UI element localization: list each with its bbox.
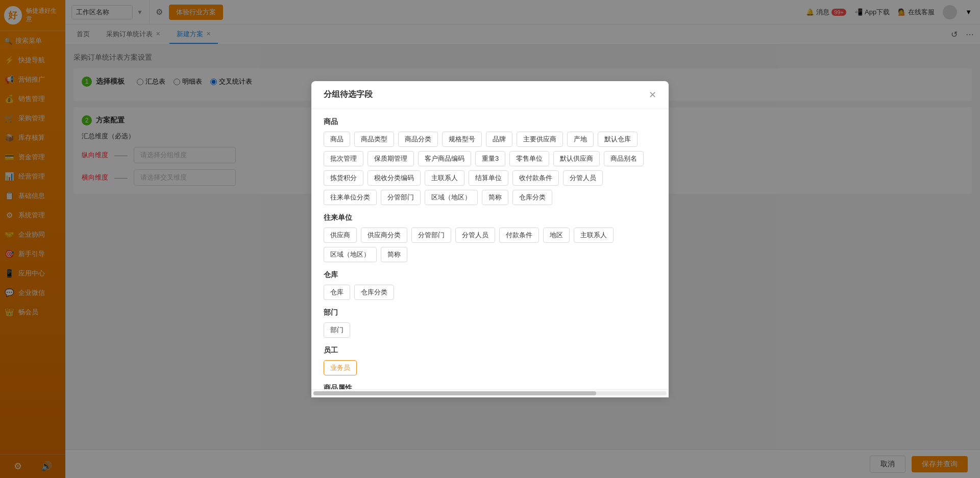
section-department-title: 部门	[324, 308, 656, 317]
modal-header: 分组待选字段 ✕	[311, 81, 669, 109]
tag-goods-alias[interactable]: 商品别名	[604, 151, 644, 166]
modal-close-button[interactable]: ✕	[649, 89, 656, 100]
tag-area-region2[interactable]: 区域（地区）	[324, 247, 377, 262]
tag-pick-score[interactable]: 拣货积分	[324, 170, 363, 186]
section-department: 部门 部门	[324, 308, 656, 338]
tag-tax-code[interactable]: 税收分类编码	[368, 170, 421, 186]
tag-main-contact[interactable]: 主联系人	[425, 170, 464, 186]
section-partner-tags: 供应商 供应商分类 分管部门 分管人员 付款条件 地区 主联系人 区域（地区） …	[324, 228, 656, 262]
section-staff: 员工 业务员	[324, 346, 656, 375]
tag-short-name2[interactable]: 简称	[381, 247, 407, 262]
section-staff-tags: 业务员	[324, 360, 656, 375]
tag-goods-type[interactable]: 商品类型	[354, 132, 394, 147]
tag-supplier-category[interactable]: 供应商分类	[361, 228, 407, 243]
tag-dept[interactable]: 部门	[324, 322, 350, 338]
tag-spec-type[interactable]: 规格型号	[442, 132, 482, 147]
tag-payment-cond[interactable]: 付款条件	[499, 228, 539, 243]
tag-short-name[interactable]: 简称	[482, 190, 508, 205]
tag-payment-terms[interactable]: 收付款条件	[512, 170, 559, 186]
tag-partner-manager[interactable]: 分管人员	[455, 228, 495, 243]
section-goods-attr-title: 商品属性	[324, 384, 656, 389]
tag-source-unit-category[interactable]: 往来单位分类	[324, 190, 377, 205]
section-warehouse-title: 仓库	[324, 270, 656, 280]
section-goods-tags: 商品 商品类型 商品分类 规格型号 品牌 主要供应商 产地 默认仓库 批次管理 …	[324, 132, 656, 205]
tag-retail-unit[interactable]: 零售单位	[509, 151, 549, 166]
tag-area[interactable]: 地区	[543, 228, 570, 243]
tag-weight3[interactable]: 重量3	[475, 151, 505, 166]
section-goods-title: 商品	[324, 117, 656, 127]
tag-wh-category[interactable]: 仓库分类	[354, 285, 394, 300]
modal-overlay: 分组待选字段 ✕ 商品 商品 商品类型 商品分类 规格型号 品牌 主要供应商 产…	[0, 0, 980, 478]
tag-goods[interactable]: 商品	[324, 132, 350, 147]
tag-origin[interactable]: 产地	[567, 132, 594, 147]
tag-manager[interactable]: 分管人员	[563, 170, 603, 186]
tag-warehouse-category[interactable]: 仓库分类	[512, 190, 552, 205]
tag-default-supplier[interactable]: 默认供应商	[553, 151, 600, 166]
section-goods: 商品 商品 商品类型 商品分类 规格型号 品牌 主要供应商 产地 默认仓库 批次…	[324, 117, 656, 205]
tag-default-warehouse[interactable]: 默认仓库	[598, 132, 638, 147]
tag-goods-category[interactable]: 商品分类	[398, 132, 438, 147]
tag-brand[interactable]: 品牌	[486, 132, 512, 147]
tag-main-contact2[interactable]: 主联系人	[574, 228, 614, 243]
tag-dept-mgmt[interactable]: 分管部门	[381, 190, 421, 205]
tag-customer-code[interactable]: 客户商品编码	[418, 151, 471, 166]
tag-partner-dept[interactable]: 分管部门	[411, 228, 451, 243]
tag-main-supplier[interactable]: 主要供应商	[517, 132, 563, 147]
section-warehouse: 仓库 仓库 仓库分类	[324, 270, 656, 300]
tag-supplier[interactable]: 供应商	[324, 228, 357, 243]
tag-wh[interactable]: 仓库	[324, 285, 350, 300]
tag-settle-unit[interactable]: 结算单位	[469, 170, 508, 186]
modal-title: 分组待选字段	[324, 89, 373, 100]
field-selector-modal: 分组待选字段 ✕ 商品 商品 商品类型 商品分类 规格型号 品牌 主要供应商 产…	[311, 81, 669, 397]
section-goods-attr: 商品属性 属性 颜色 多规格 尺码 鞋码 1	[324, 384, 656, 389]
section-department-tags: 部门	[324, 322, 656, 338]
tag-salesman[interactable]: 业务员	[324, 360, 357, 375]
section-partner: 往来单位 供应商 供应商分类 分管部门 分管人员 付款条件 地区 主联系人 区域…	[324, 213, 656, 262]
section-staff-title: 员工	[324, 346, 656, 355]
tag-area-region[interactable]: 区域（地区）	[425, 190, 478, 205]
section-warehouse-tags: 仓库 仓库分类	[324, 285, 656, 300]
modal-body: 商品 商品 商品类型 商品分类 规格型号 品牌 主要供应商 产地 默认仓库 批次…	[311, 109, 669, 389]
section-partner-title: 往来单位	[324, 213, 656, 222]
tag-expiry-mgmt[interactable]: 保质期管理	[368, 151, 414, 166]
tag-batch-mgmt[interactable]: 批次管理	[324, 151, 363, 166]
modal-scrollbar-bar	[311, 389, 669, 397]
